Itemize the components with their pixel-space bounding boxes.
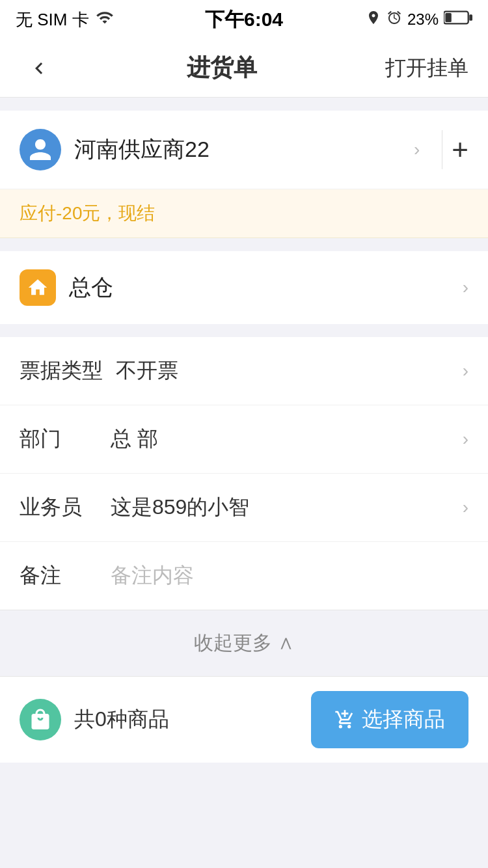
notice-bar: 应付-20元，现结 bbox=[0, 189, 488, 238]
warehouse-row[interactable]: 总仓 › bbox=[0, 251, 488, 324]
location-icon bbox=[366, 10, 381, 29]
invoice-type-row[interactable]: 票据类型 不开票 › bbox=[0, 337, 488, 405]
remark-placeholder: 备注内容 bbox=[98, 562, 468, 590]
remark-row[interactable]: 备注 备注内容 bbox=[0, 542, 488, 610]
invoice-type-value: 不开票 bbox=[103, 357, 463, 385]
product-icon bbox=[20, 699, 61, 740]
section-gap-3 bbox=[0, 324, 488, 337]
form-section: 票据类型 不开票 › 部门 总 部 › 业务员 这是859的小智 › 备注 备注… bbox=[0, 337, 488, 610]
invoice-type-label: 票据类型 bbox=[20, 357, 103, 385]
wifi-icon bbox=[96, 8, 114, 31]
status-bar-time: 下午6:04 bbox=[205, 7, 283, 33]
add-supplier-button[interactable]: + bbox=[452, 135, 468, 164]
salesperson-label: 业务员 bbox=[20, 493, 98, 522]
select-product-label: 选择商品 bbox=[362, 705, 445, 734]
bottom-area bbox=[0, 763, 488, 868]
battery-icon bbox=[444, 10, 472, 29]
salesperson-value: 这是859的小智 bbox=[98, 493, 463, 522]
section-gap-2 bbox=[0, 238, 488, 251]
product-count-label: 共0种商品 bbox=[74, 705, 311, 734]
salesperson-row[interactable]: 业务员 这是859的小智 › bbox=[0, 474, 488, 542]
supplier-row[interactable]: 河南供应商22 › + bbox=[0, 111, 488, 189]
battery-label: 23% bbox=[407, 10, 439, 29]
carrier-label: 无 SIM 卡 bbox=[16, 8, 89, 31]
svg-rect-2 bbox=[445, 13, 451, 22]
alarm-icon bbox=[386, 10, 402, 29]
remark-label: 备注 bbox=[20, 562, 98, 590]
department-chevron: › bbox=[463, 429, 468, 450]
supplier-avatar bbox=[20, 129, 61, 170]
open-pending-button[interactable]: 打开挂单 bbox=[385, 54, 468, 83]
status-bar-left: 无 SIM 卡 bbox=[16, 8, 114, 31]
invoice-type-chevron: › bbox=[463, 360, 468, 381]
back-button[interactable] bbox=[20, 49, 59, 88]
warehouse-name: 总仓 bbox=[69, 273, 463, 303]
product-bar: 共0种商品 选择商品 bbox=[0, 676, 488, 763]
department-label: 部门 bbox=[20, 425, 98, 454]
department-value: 总 部 bbox=[98, 425, 463, 454]
status-bar-right: 23% bbox=[366, 10, 472, 29]
svg-rect-1 bbox=[469, 14, 472, 20]
supplier-section: 河南供应商22 › + 应付-20元，现结 bbox=[0, 111, 488, 238]
supplier-chevron-icon: › bbox=[414, 139, 420, 160]
department-row[interactable]: 部门 总 部 › bbox=[0, 405, 488, 474]
salesperson-chevron: › bbox=[463, 497, 468, 518]
status-bar: 无 SIM 卡 下午6:04 23% bbox=[0, 0, 488, 39]
divider bbox=[442, 130, 442, 169]
nav-bar: 进货单 打开挂单 bbox=[0, 39, 488, 98]
page-title: 进货单 bbox=[187, 52, 257, 84]
warehouse-icon bbox=[20, 269, 56, 306]
collapse-button[interactable]: 收起更多 ∧ bbox=[0, 610, 488, 676]
warehouse-section[interactable]: 总仓 › bbox=[0, 251, 488, 324]
supplier-name: 河南供应商22 bbox=[74, 135, 414, 165]
select-product-button[interactable]: 选择商品 bbox=[311, 691, 468, 748]
warehouse-chevron-icon: › bbox=[463, 277, 468, 298]
section-gap-1 bbox=[0, 98, 488, 111]
